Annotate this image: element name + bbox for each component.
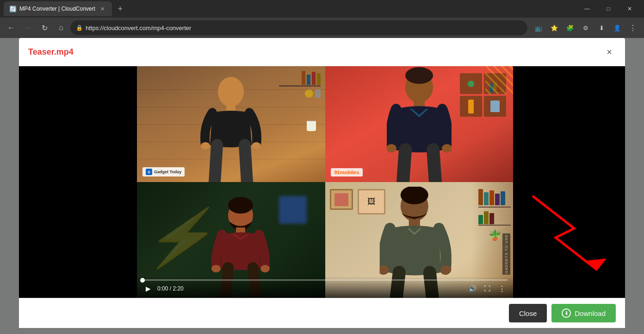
controls-row: ▶ 0:00 / 2:20 🔊 ⛶ ⋮ xyxy=(142,283,508,294)
nav-bar: ← → ↻ ⌂ 🔒 https://cloudconvert.com/mp4-c… xyxy=(0,18,644,38)
wall-art-br xyxy=(330,189,353,210)
browser-action-buttons: 📺 ⭐ 🧩 ⚙ ⬇ 👤 ⋮ xyxy=(531,20,640,35)
video-quad-top-left: G Gadget Today xyxy=(137,66,325,182)
person-tr xyxy=(387,66,452,182)
forward-button[interactable]: → xyxy=(20,20,35,35)
video-controls: ▶ 0:00 / 2:20 🔊 ⛶ ⋮ xyxy=(137,277,513,298)
svg-point-3 xyxy=(252,142,261,150)
url-display: https://cloudconvert.com/mp4-converter xyxy=(86,25,522,32)
maximize-button[interactable]: □ xyxy=(598,1,619,16)
video-frame[interactable]: G Gadget Today xyxy=(19,66,625,298)
mug xyxy=(307,121,316,131)
left-black-bar xyxy=(19,66,137,298)
svg-point-2 xyxy=(201,142,210,150)
settings-button[interactable]: ⚙ xyxy=(578,20,593,35)
video-progress-bar[interactable] xyxy=(142,279,508,281)
address-bar[interactable]: 🔒 https://cloudconvert.com/mp4-converter xyxy=(70,20,527,35)
video-container: G Gadget Today xyxy=(19,66,625,298)
home-button[interactable]: ⌂ xyxy=(54,20,68,35)
security-icon: 🔒 xyxy=(76,25,83,31)
video-quad-top-right: 91mobiles xyxy=(325,66,514,182)
window-close-button[interactable]: ✕ xyxy=(619,1,640,16)
modal-dialog: Teaser.mp4 × xyxy=(19,38,625,328)
lightning-bolt: ⚡ xyxy=(144,209,213,265)
more-options-button[interactable]: ⋮ xyxy=(496,283,508,294)
mute-button[interactable]: 🔊 xyxy=(467,283,478,294)
extension-button[interactable]: 🧩 xyxy=(563,20,577,35)
modal-close-icon-button[interactable]: × xyxy=(603,45,616,58)
play-pause-button[interactable]: ▶ xyxy=(142,283,154,294)
download-button[interactable]: ⬇ Download xyxy=(551,304,616,322)
svg-point-7 xyxy=(387,144,396,152)
close-icon: × xyxy=(607,47,612,57)
svg-point-5 xyxy=(405,67,433,84)
gadget-today-logo: G Gadget Today xyxy=(142,167,185,176)
bookmark-button[interactable]: ⭐ xyxy=(547,20,562,35)
gadgets-watermark: GADGETS TO USE xyxy=(502,233,510,275)
controls-right: 🔊 ⛶ ⋮ xyxy=(467,283,508,294)
reload-button[interactable]: ↻ xyxy=(37,20,52,35)
download-manager-button[interactable]: ⬇ xyxy=(594,20,609,35)
blue-light xyxy=(279,196,307,224)
video-grid: G Gadget Today xyxy=(137,66,513,298)
tab-title: MP4 Converter | CloudConvert xyxy=(19,6,95,12)
profile-button[interactable]: 👤 xyxy=(610,20,625,35)
modal-header: Teaser.mp4 × xyxy=(19,38,625,66)
shelf-tl xyxy=(279,71,321,98)
download-icon: ⬇ xyxy=(562,309,571,318)
person-tl xyxy=(198,71,263,182)
modal-title: Teaser.mp4 xyxy=(28,47,74,57)
diagonal-strips xyxy=(485,66,513,94)
download-label: Download xyxy=(575,309,606,317)
svg-point-8 xyxy=(442,144,452,152)
tab-favicon: 🔄 xyxy=(9,6,17,13)
ninety-one-mobiles-logo: 91mobiles xyxy=(331,168,363,176)
tab-bar: 🔄 MP4 Converter | CloudConvert ✕ + — □ ✕ xyxy=(0,0,644,18)
modal-footer: Close ⬇ Download xyxy=(19,298,625,328)
right-black-bar xyxy=(513,66,625,298)
menu-button[interactable]: ⋮ xyxy=(625,20,640,35)
time-display: 0:00 / 2:20 xyxy=(157,285,184,292)
window-controls: — □ ✕ xyxy=(576,1,640,16)
back-button[interactable]: ← xyxy=(4,20,19,35)
svg-point-10 xyxy=(228,197,253,214)
close-button[interactable]: Close xyxy=(509,304,547,322)
svg-point-12 xyxy=(211,265,221,272)
cast-button[interactable]: 📺 xyxy=(531,20,546,35)
svg-point-0 xyxy=(218,77,244,107)
new-tab-button[interactable]: + xyxy=(114,2,127,15)
page-content: Teaser.mp4 × xyxy=(0,38,644,334)
svg-point-13 xyxy=(260,265,270,272)
modal-overlay: Teaser.mp4 × xyxy=(0,38,644,334)
progress-handle xyxy=(140,278,145,283)
minimize-button[interactable]: — xyxy=(576,1,598,16)
active-tab[interactable]: 🔄 MP4 Converter | CloudConvert ✕ xyxy=(4,1,112,16)
fullscreen-button[interactable]: ⛶ xyxy=(482,283,493,294)
tab-close-button[interactable]: ✕ xyxy=(99,5,106,13)
